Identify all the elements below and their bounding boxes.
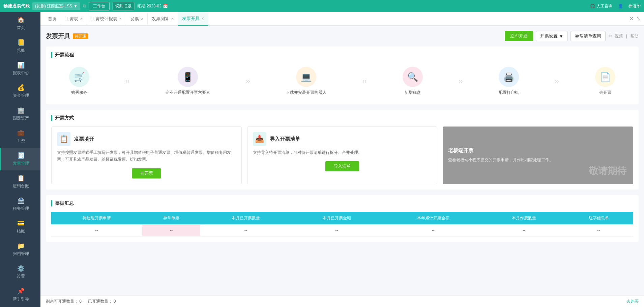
sidebar-item-invoice[interactable]: 🧾 发票管理 <box>0 148 40 170</box>
page-title: 发票开具 <box>46 32 70 40</box>
tab-label: 发票 <box>130 16 139 22</box>
sidebar-item-purchase[interactable]: 📋 进销台账 <box>0 170 40 193</box>
period-value: 2023-02 <box>147 4 162 8</box>
sidebar-item-label: 税务管理 <box>13 206 29 212</box>
invoice-card-manual-desc: 支持按照发票样式手工填写开发票；可开具增值税电子普通发票、增值税普通发票、增值税… <box>57 149 236 163</box>
tab-salary-stats[interactable]: 工资统计报表 × <box>87 12 126 26</box>
sidebar-item-label: 新手引导 <box>13 296 29 302</box>
sidebar-item-label: 归档管理 <box>13 251 29 257</box>
col-header-1: 异常单票 <box>142 212 201 224</box>
ledger-icon: 📒 <box>17 39 25 46</box>
sidebar-item-funds[interactable]: 💰 资金管理 <box>0 80 40 103</box>
tab-close-icon[interactable]: × <box>202 16 204 21</box>
tab-label: 工资表 <box>65 16 78 22</box>
tab-close-all-icon[interactable]: ✕ <box>629 16 634 22</box>
sidebar-item-tax[interactable]: 🏦 税务管理 <box>0 193 40 216</box>
chevron-down-icon: ▼ <box>74 4 78 8</box>
customer-service-link[interactable]: 🎧 人工咨询 <box>590 3 613 9</box>
sidebar-item-reports[interactable]: 📊 报表中心 <box>0 57 40 80</box>
video-label[interactable]: 视频 <box>615 33 623 39</box>
col-header-5: 本月作废数量 <box>484 212 564 224</box>
step-config-printer-label: 配置打印机 <box>499 90 519 95</box>
sidebar-item-settings[interactable]: ⚙️ 设置 <box>0 261 40 283</box>
sidebar: 🏠 首页 📒 总账 📊 报表中心 💰 资金管理 🏢 固定资产 💼 工资 🧾 发票… <box>0 12 40 307</box>
process-steps: 🛒 购买服务 ›› 📱 企业开通配置开票六要素 ›› 💻 下载并安装开票机器人 … <box>51 63 633 99</box>
invoice-card-manual-icon: 📋 <box>57 132 70 146</box>
sidebar-item-assets[interactable]: 🏢 固定资产 <box>0 103 40 125</box>
switch-old-button[interactable]: 切到旧版 <box>112 2 135 10</box>
calendar-icon[interactable]: 📅 <box>163 4 168 8</box>
sidebar-item-label: 进销台账 <box>13 183 29 189</box>
table-row: -- -- -- -- -- -- -- <box>51 224 633 236</box>
step-enterprise-setup[interactable]: 📱 企业开通配置开票六要素 <box>166 67 210 95</box>
tab-close-icon[interactable]: × <box>171 17 174 21</box>
coming-soon-title: 老板端开票 <box>448 147 628 154</box>
open-settings-button[interactable]: 开票设置 ▼ <box>536 31 568 41</box>
tab-bar: 首页 工资表 × 工资统计报表 × 发票 × 发票测算 × 发票开具 × <box>40 12 644 26</box>
invoice-icon: 🧾 <box>17 152 25 159</box>
open-now-button[interactable]: 立即开通 <box>505 31 533 41</box>
sidebar-item-guide[interactable]: 📌 新手引导 <box>0 283 40 306</box>
summary-section: 票据汇总 待处理开票申请 异常单票 本月已开票数量 本月已开票金额 本年累计开票… <box>46 195 639 242</box>
settings-label: 开票设置 <box>540 33 558 39</box>
invoice-card-import-title: 导入开票清单 <box>270 136 300 142</box>
period-selector[interactable]: 账期 2023-02 📅 <box>137 3 168 9</box>
tab-salary-table[interactable]: 工资表 × <box>61 12 87 26</box>
tab-invoice-tools[interactable]: 发票开具 × <box>178 12 208 26</box>
step-arrow-4: ›› <box>459 78 463 85</box>
go-invoice-button[interactable]: 去开票 <box>132 168 161 178</box>
sidebar-item-label: 资金管理 <box>13 93 29 99</box>
chevron-down-icon: ▼ <box>559 34 563 39</box>
sidebar-item-home[interactable]: 🏠 首页 <box>0 12 40 35</box>
video-icon[interactable]: ⚙ <box>608 34 612 38</box>
invoice-card-manual-footer: 去开票 <box>57 168 236 178</box>
tab-invoice-calc[interactable]: 发票测算 × <box>148 12 178 26</box>
import-list-button[interactable]: 导入清单 <box>325 161 359 171</box>
sidebar-item-archive[interactable]: 📁 归档管理 <box>0 238 40 261</box>
step-config-printer[interactable]: 🖨️ 配置打印机 <box>499 67 519 95</box>
step-download-robot[interactable]: 💻 下载并安装开票机器人 <box>286 67 326 95</box>
invoice-card-manual-title: 发票填开 <box>74 136 94 142</box>
invoice-card-import-footer: 导入清单 <box>253 161 432 171</box>
tab-invoice[interactable]: 发票 × <box>126 12 148 26</box>
tab-label: 发票开具 <box>182 16 200 22</box>
company-name: (勿删) 江西服室-LSS <box>35 3 72 9</box>
go-buy-link[interactable]: 去购买 <box>626 299 639 304</box>
step-buy-service[interactable]: 🛒 购买服务 <box>69 67 89 95</box>
sidebar-item-label: 工资 <box>17 138 25 144</box>
guide-icon: 📌 <box>17 287 25 295</box>
company-selector[interactable]: (勿删) 江西服室-LSS ▼ <box>32 2 80 10</box>
invoice-card-import-icon: 📥 <box>253 132 266 146</box>
sidebar-item-settlement[interactable]: 💳 结账 <box>0 216 40 238</box>
tab-close-icon[interactable]: × <box>119 17 122 21</box>
process-section-title: 开票流程 <box>51 52 633 58</box>
workspace-button[interactable]: 工作台 <box>89 2 110 10</box>
coming-soon-watermark: 敬请期待 <box>589 165 626 177</box>
sidebar-item-label: 设置 <box>17 274 25 279</box>
col-header-0: 待处理开票申请 <box>51 212 142 224</box>
step-add-taxbox[interactable]: 🔍 新增税盘 <box>403 67 423 95</box>
tab-resize-icon[interactable]: ⤡ <box>636 16 641 22</box>
sidebar-item-ledger[interactable]: 📒 总账 <box>0 35 40 57</box>
settlement-icon: 💳 <box>17 220 25 227</box>
copy-icon[interactable]: ⧉ <box>83 3 86 9</box>
step-config-printer-icon: 🖨️ <box>499 67 519 87</box>
sidebar-item-label: 报表中心 <box>13 70 29 76</box>
user-name: 徐溢华 <box>628 3 641 9</box>
step-start-invoice[interactable]: 📄 去开票 <box>595 67 615 95</box>
invoice-card-manual-header: 📋 发票填开 <box>57 132 236 146</box>
tab-close-icon[interactable]: × <box>80 17 83 21</box>
period-label: 账期 <box>137 3 145 9</box>
sidebar-item-salary[interactable]: 💼 工资 <box>0 125 40 148</box>
tax-icon: 🏦 <box>17 197 25 204</box>
cell-3: -- <box>291 224 382 236</box>
step-enterprise-setup-label: 企业开通配置开票六要素 <box>166 90 210 95</box>
help-label[interactable]: 帮助 <box>631 33 639 39</box>
tab-home[interactable]: 首页 <box>44 12 61 26</box>
tab-close-icon[interactable]: × <box>141 17 143 21</box>
abnormal-query-button[interactable]: 异常清单查询 <box>570 31 606 41</box>
method-section-title: 开票方式 <box>51 115 633 121</box>
funds-icon: 💰 <box>17 84 25 91</box>
app-logo: 畅捷通易代账 <box>3 3 30 9</box>
status-badge: 待开通 <box>73 33 88 39</box>
